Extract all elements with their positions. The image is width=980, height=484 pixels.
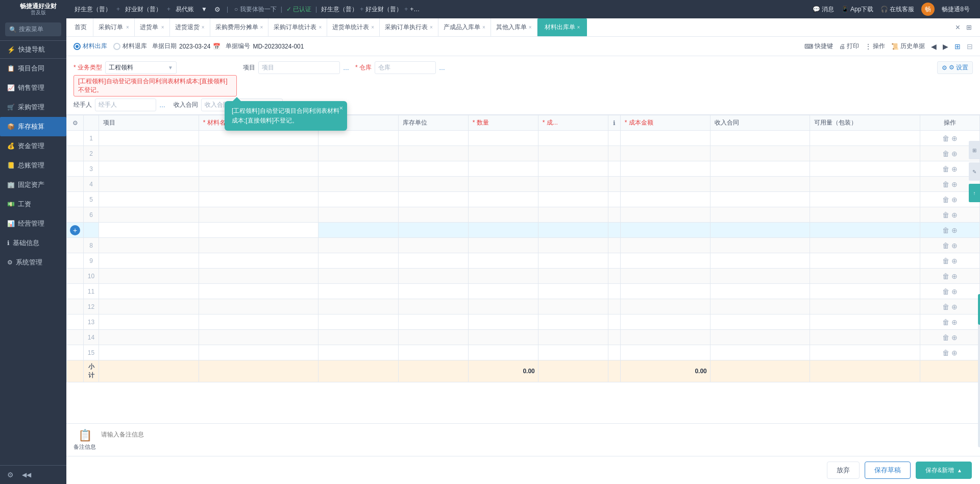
delete-icon[interactable]: 🗑	[942, 150, 949, 158]
delete-icon[interactable]: 🗑	[942, 333, 949, 342]
tab-other-in[interactable]: 其他入库单 ×	[491, 18, 537, 37]
delete-icon[interactable]: 🗑	[942, 318, 949, 326]
nav-good-biz[interactable]: 好生意（普）	[71, 5, 114, 14]
tab-close-all[interactable]: ×	[953, 23, 962, 32]
copy-icon[interactable]: ⊕	[951, 134, 958, 142]
delete-icon[interactable]: 🗑	[942, 257, 949, 265]
copy-icon[interactable]: ⊕	[951, 333, 958, 342]
copy-icon[interactable]: ⊕	[951, 165, 958, 173]
tab-purchase-return[interactable]: 进货退货 ×	[170, 18, 210, 37]
sidebar-item-project[interactable]: 📋 项目合同	[0, 59, 66, 78]
sidebar-search[interactable]: 🔍 搜索菜单	[0, 18, 66, 41]
col-info-icon-header[interactable]: ℹ	[608, 115, 620, 131]
nav-prev-btn[interactable]: ◀	[931, 42, 937, 51]
copy-icon[interactable]: ⊕	[951, 180, 958, 188]
sidebar-item-system[interactable]: ⚙ 系统管理	[0, 253, 66, 272]
sidebar-item-purchase[interactable]: 🛒 采购管理	[0, 98, 66, 117]
sidebar-item-operations[interactable]: 📊 经营管理	[0, 214, 66, 233]
sidebar-quick-nav[interactable]: ⚡ 快捷导航	[0, 41, 66, 59]
quick-key-btn[interactable]: ⌨ 快捷键	[804, 42, 833, 51]
project-ellipsis[interactable]: …	[343, 64, 349, 71]
delete-icon[interactable]: 🗑	[942, 287, 949, 296]
sidebar-item-salary[interactable]: 💵 工资	[0, 195, 66, 214]
sidebar-item-sales[interactable]: 📈 销售管理	[0, 78, 66, 98]
tab-close-return[interactable]: ×	[202, 25, 205, 30]
nav-good-finance-2[interactable]: 好业财（普）	[365, 5, 402, 14]
delete-icon[interactable]: 🗑	[942, 134, 949, 142]
nav-settings-icon[interactable]: ⚙	[214, 6, 220, 13]
delete-icon[interactable]: 🗑	[942, 165, 949, 173]
user-avatar[interactable]: 畅	[921, 3, 935, 16]
right-scrollbar[interactable]	[978, 294, 980, 447]
date-value[interactable]: 2023-03-24	[179, 43, 210, 50]
nav-good-biz-2[interactable]: 好生意（普）	[321, 5, 358, 14]
radio-material-out[interactable]: 材料出库	[74, 42, 107, 51]
radio-material-return[interactable]: 材料退库	[113, 42, 147, 51]
save-draft-button[interactable]: 保存草稿	[865, 462, 911, 479]
copy-icon[interactable]: ⊕	[951, 196, 958, 204]
nav-next-btn[interactable]: ▶	[943, 42, 948, 51]
layout-icon-2[interactable]: ⊟	[967, 42, 973, 51]
sidebar-item-ledger[interactable]: 📒 总账管理	[0, 156, 66, 175]
sidebar-item-finance[interactable]: 💰 资金管理	[0, 136, 66, 156]
delete-icon[interactable]: 🗑	[942, 211, 949, 219]
delete-icon[interactable]: 🗑	[942, 272, 949, 280]
sidebar-collapse-icon[interactable]: ◀◀	[22, 471, 31, 478]
messages-btn[interactable]: 💬 消息	[813, 5, 834, 14]
handler-ellipsis[interactable]: …	[159, 102, 165, 109]
tab-finished-goods[interactable]: 产成品入库单 ×	[438, 18, 491, 37]
edge-tool-1[interactable]: ⊞	[969, 141, 980, 159]
delete-icon[interactable]: 🗑	[942, 241, 949, 250]
nav-try-link[interactable]: ○ 我要体验一下	[234, 5, 277, 14]
layout-icon-1[interactable]: ⊞	[954, 42, 961, 51]
copy-icon[interactable]: ⊕	[951, 150, 958, 158]
tab-close-expense[interactable]: ×	[260, 25, 263, 30]
copy-icon[interactable]: ⊕	[951, 211, 958, 219]
copy-icon[interactable]: ⊕	[951, 303, 958, 311]
col-settings-header[interactable]: ⚙	[67, 115, 84, 131]
sidebar-item-inventory[interactable]: 📦 库存核算	[0, 117, 66, 136]
save-new-button[interactable]: 保存&新增 ▲	[916, 462, 972, 479]
edge-tool-2[interactable]: ✎	[969, 162, 980, 181]
tab-close-exec[interactable]: ×	[430, 25, 433, 30]
copy-icon[interactable]: ⊕	[951, 257, 958, 265]
tab-purchase-exec[interactable]: 采购订单执行表 ×	[380, 18, 438, 37]
tab-purchase-in-stats[interactable]: 进货单统计表 ×	[327, 18, 380, 37]
tab-purchase-order[interactable]: 采购订单 ×	[93, 18, 135, 37]
sidebar-item-basic[interactable]: ℹ 基础信息	[0, 233, 66, 253]
tab-purchase-expense[interactable]: 采购费用分摊单 ×	[210, 18, 269, 37]
delete-icon[interactable]: 🗑	[942, 349, 949, 357]
tab-close-purchase-order[interactable]: ×	[126, 25, 129, 30]
nav-more-2[interactable]: +…	[410, 6, 420, 13]
copy-icon[interactable]: ⊕	[951, 318, 958, 326]
tab-close-pstats[interactable]: ×	[318, 25, 322, 30]
tab-home[interactable]: 首页	[68, 18, 93, 37]
project-input[interactable]: 项目	[258, 61, 340, 74]
history-btn[interactable]: 📜 历史单据	[891, 42, 925, 51]
copy-icon[interactable]: ⊕	[951, 241, 958, 250]
operation-btn[interactable]: ⋮ 操作	[865, 42, 885, 51]
copy-icon[interactable]: ⊕	[951, 226, 958, 234]
copy-icon[interactable]: ⊕	[951, 349, 958, 357]
user-name[interactable]: 畅捷通8号	[942, 5, 970, 14]
discard-button[interactable]: 放弃	[827, 462, 860, 479]
warehouse-ellipsis[interactable]: …	[439, 64, 445, 71]
tab-purchase-stats[interactable]: 采购订单统计表 ×	[268, 18, 327, 37]
warehouse-input[interactable]: 仓库	[375, 61, 436, 74]
notes-input[interactable]	[101, 429, 973, 440]
copy-icon[interactable]: ⊕	[951, 272, 958, 280]
app-download-btn[interactable]: 📱 App下载	[841, 5, 873, 14]
calendar-icon[interactable]: 📅	[213, 43, 220, 50]
online-service-btn[interactable]: 🎧 在线客服	[880, 5, 914, 14]
print-btn[interactable]: 🖨 打印	[839, 42, 859, 51]
copy-icon[interactable]: ⊕	[951, 287, 958, 296]
delete-icon[interactable]: 🗑	[942, 303, 949, 311]
nav-easy-account[interactable]: 易代账	[173, 5, 197, 14]
tab-close-material[interactable]: ×	[577, 25, 580, 30]
biz-type-select[interactable]: 工程领料 ▼	[105, 61, 177, 74]
edge-tool-3[interactable]: ↑	[969, 184, 980, 202]
tooltip-close-btn[interactable]: ×	[339, 103, 343, 114]
tab-close-finished[interactable]: ×	[482, 25, 485, 30]
nav-good-finance[interactable]: 好业财（普）	[122, 5, 165, 14]
nav-more[interactable]: ▼	[199, 6, 209, 13]
